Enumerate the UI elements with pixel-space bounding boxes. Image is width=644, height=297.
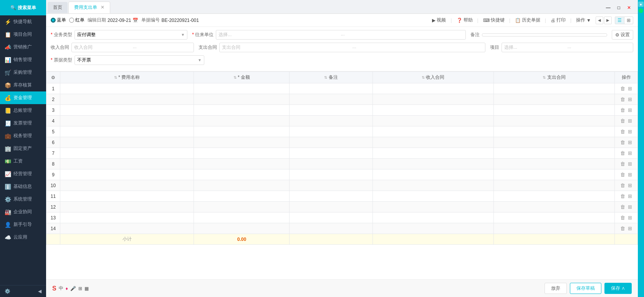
- collapse-icon[interactable]: ◀: [38, 289, 41, 294]
- copy-icon[interactable]: ⊞: [628, 118, 632, 124]
- expense-name-cell[interactable]: [60, 169, 194, 180]
- income-contract-cell[interactable]: [372, 223, 493, 234]
- expense-contract-cell[interactable]: [493, 137, 614, 148]
- income-contract-cell[interactable]: [372, 169, 493, 180]
- income-contract-cell[interactable]: [372, 116, 493, 126]
- sidebar-item-purchase-mgmt[interactable]: 🛒 采购管理: [0, 66, 46, 79]
- income-contract-cell[interactable]: [372, 159, 493, 169]
- income-contract-dots-icon[interactable]: ···: [133, 45, 192, 50]
- sidebar-item-tax-mgmt[interactable]: 💼 税务管理: [0, 129, 46, 142]
- copy-icon[interactable]: ⊞: [628, 193, 632, 199]
- delete-icon[interactable]: 🗑: [620, 139, 625, 145]
- sidebar-item-quick-nav[interactable]: ⚡ 快捷导航: [0, 15, 46, 28]
- remark-cell[interactable]: [290, 116, 372, 126]
- project-dots-icon[interactable]: ···: [567, 45, 631, 50]
- amount-cell[interactable]: [194, 148, 290, 159]
- save-button[interactable]: 保存 ∧: [604, 283, 632, 294]
- income-contract-cell[interactable]: [372, 137, 493, 148]
- help-btn[interactable]: ❓ 帮助: [455, 16, 474, 24]
- copy-icon[interactable]: ⊞: [628, 86, 632, 91]
- copy-icon[interactable]: ⊞: [628, 172, 632, 178]
- expense-contract-cell[interactable]: [493, 126, 614, 137]
- settings-button[interactable]: ⚙ 设置: [612, 30, 633, 40]
- side-panel-btn-2[interactable]: [639, 8, 643, 13]
- remark-cell[interactable]: [290, 212, 372, 223]
- minimize-button[interactable]: —: [604, 4, 613, 11]
- save-draft-button[interactable]: 保存草稿: [570, 283, 601, 294]
- copy-icon[interactable]: ⊞: [628, 161, 632, 167]
- delete-icon[interactable]: 🗑: [620, 118, 625, 124]
- delete-icon[interactable]: 🗑: [620, 215, 625, 221]
- remark-cell[interactable]: [290, 202, 372, 212]
- income-contract-cell[interactable]: [372, 148, 493, 159]
- copy-icon[interactable]: ⊞: [628, 107, 632, 113]
- delete-icon[interactable]: 🗑: [620, 161, 625, 167]
- amount-cell[interactable]: [194, 137, 290, 148]
- income-contract-input[interactable]: 收入合同 ···: [71, 43, 194, 52]
- radio-red[interactable]: 红单: [69, 17, 84, 23]
- amount-cell[interactable]: [194, 180, 290, 191]
- settings-icon[interactable]: ⚙️: [5, 289, 10, 294]
- delete-icon[interactable]: 🗑: [620, 129, 625, 134]
- expense-name-cell[interactable]: [60, 116, 194, 126]
- tab-close-icon[interactable]: ✕: [101, 5, 104, 10]
- tab-expense[interactable]: 费用支出单 ✕: [68, 2, 110, 13]
- counterpart-input[interactable]: 选择... ···: [216, 30, 465, 40]
- sidebar-item-accounting[interactable]: 📒 总账管理: [0, 104, 46, 117]
- expense-name-cell[interactable]: [60, 180, 194, 191]
- income-contract-cell[interactable]: [372, 126, 493, 137]
- remark-cell[interactable]: [290, 94, 372, 105]
- amount-cell[interactable]: [194, 126, 290, 137]
- expense-contract-cell[interactable]: [493, 169, 614, 180]
- delete-icon[interactable]: 🗑: [620, 107, 625, 113]
- copy-icon[interactable]: ⊞: [628, 129, 632, 134]
- sidebar-item-operations[interactable]: 📈 经营管理: [0, 168, 46, 180]
- delete-icon[interactable]: 🗑: [620, 172, 625, 178]
- delete-icon[interactable]: 🗑: [620, 86, 625, 91]
- amount-cell[interactable]: [194, 105, 290, 116]
- expense-contract-cell[interactable]: [493, 202, 614, 212]
- copy-icon[interactable]: ⊞: [628, 204, 632, 210]
- expense-contract-cell[interactable]: [493, 105, 614, 116]
- expense-name-cell[interactable]: [60, 126, 194, 137]
- copy-icon[interactable]: ⊞: [628, 139, 632, 145]
- expense-contract-cell[interactable]: [493, 148, 614, 159]
- remark-cell[interactable]: [290, 148, 372, 159]
- expense-contract-cell[interactable]: [493, 191, 614, 202]
- prev-arrow[interactable]: ◀: [596, 17, 603, 24]
- remark-cell[interactable]: [290, 137, 372, 148]
- video-btn[interactable]: ▶ 视频: [430, 16, 447, 24]
- expense-name-cell[interactable]: [60, 137, 194, 148]
- print-btn[interactable]: 🖨 打印: [549, 16, 567, 24]
- amount-cell[interactable]: [194, 202, 290, 212]
- sidebar-item-invoice-mgmt[interactable]: 🧾 发票管理: [0, 117, 46, 129]
- expense-contract-cell[interactable]: [493, 94, 614, 105]
- expense-name-cell[interactable]: [60, 148, 194, 159]
- copy-icon[interactable]: ⊞: [628, 215, 632, 221]
- discard-button[interactable]: 放弃: [545, 283, 567, 294]
- amount-cell[interactable]: [194, 169, 290, 180]
- biz-type-select[interactable]: 应付调整 ▼: [74, 30, 187, 40]
- expense-name-cell[interactable]: [60, 105, 194, 116]
- sidebar-item-enterprise[interactable]: 🏭 企业协同: [0, 206, 46, 218]
- col-header-income-contract[interactable]: ⇅ 收入合同: [372, 72, 493, 83]
- expense-contract-cell[interactable]: [493, 83, 614, 94]
- col-header-remark[interactable]: ⇅ 备注: [290, 72, 372, 83]
- remark-cell[interactable]: [290, 191, 372, 202]
- sidebar-item-system-mgmt[interactable]: ⚙️ 系统管理: [0, 193, 46, 206]
- income-contract-cell[interactable]: [372, 180, 493, 191]
- income-contract-cell[interactable]: [372, 83, 493, 94]
- remark-cell[interactable]: [290, 105, 372, 116]
- radio-blue[interactable]: 蓝单: [51, 17, 66, 23]
- expense-contract-input[interactable]: 支出合同 ···: [219, 43, 485, 52]
- sidebar-item-marketing[interactable]: 📣 营销推广: [0, 41, 46, 53]
- operation-btn[interactable]: 操作 ▼: [574, 16, 593, 24]
- counterpart-dots-icon[interactable]: ···: [341, 32, 463, 38]
- sidebar-item-project-contract[interactable]: 📋 项目合同: [0, 28, 46, 41]
- expense-name-cell[interactable]: [60, 223, 194, 234]
- close-window-button[interactable]: ✕: [625, 4, 633, 11]
- sidebar-item-cloud-apps[interactable]: ☁️ 云应用: [0, 231, 46, 244]
- income-contract-cell[interactable]: [372, 191, 493, 202]
- income-contract-cell[interactable]: [372, 212, 493, 223]
- expense-contract-cell[interactable]: [493, 223, 614, 234]
